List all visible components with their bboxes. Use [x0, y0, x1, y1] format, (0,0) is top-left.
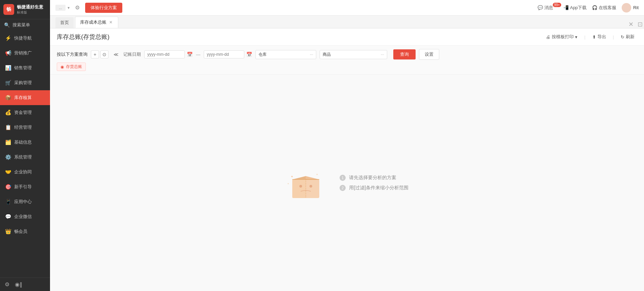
tab-panel-close-btn[interactable]: ✕	[626, 21, 636, 28]
basics-label: 基础信息	[14, 139, 32, 145]
app-download-item[interactable]: 📲 App下载	[563, 5, 587, 11]
online-service-label: 在线客服	[599, 5, 616, 11]
finance-icon: 💰	[5, 109, 11, 116]
sidebar: 畅 畅捷通好生意 标准版 🔍 搜索菜单 ⚡ 快捷导航 📢 营销推广 📊 销售管理…	[0, 0, 50, 291]
svg-point-7	[309, 185, 312, 188]
tab-close-icon[interactable]: ✕	[108, 20, 113, 25]
message-icon: 💬	[538, 5, 543, 10]
marketing-icon: 📢	[5, 50, 11, 56]
operations-icon: 📋	[5, 124, 11, 131]
svg-rect-5	[292, 179, 306, 198]
sidebar-item-app-center[interactable]: 📱 应用中心	[0, 194, 50, 209]
breadcrumb: ... ▾	[55, 5, 70, 11]
filter-collapse-btn[interactable]: ≪	[112, 50, 120, 58]
refresh-btn[interactable]: ↻ 刷新	[618, 32, 637, 41]
date-dash: —	[196, 52, 200, 57]
sidebar-item-system[interactable]: ⚙️ 系统管理	[0, 150, 50, 165]
export-btn[interactable]: ⬆ 导出	[590, 32, 609, 41]
calendar-end-icon[interactable]: 📅	[246, 52, 252, 57]
enterprise-wechat-icon: 💬	[5, 213, 11, 220]
svg-point-6	[299, 185, 302, 188]
svg-marker-2	[306, 176, 319, 179]
avatar	[622, 3, 631, 13]
sidebar-item-sales[interactable]: 📊 销售管理	[0, 60, 50, 75]
page-actions: 🖨 按模板打印 ▾ | ⬆ 导出 | ↻ 刷新	[543, 32, 637, 41]
message-badge: 99+	[553, 3, 561, 7]
step2-num: 2	[340, 185, 346, 191]
tab-home[interactable]: 首页	[55, 17, 74, 28]
members-icon: 👑	[5, 228, 11, 235]
user-menu[interactable]: Rit	[622, 3, 639, 13]
sidebar-item-purchase[interactable]: 🛒 采购管理	[0, 75, 50, 90]
print-icon: 🖨	[546, 34, 550, 40]
online-service-item[interactable]: 🎧 在线客服	[592, 5, 616, 11]
export-label: 导出	[597, 34, 606, 40]
warehouse-label: 仓库	[258, 52, 267, 57]
filter-add-btn[interactable]: +	[91, 50, 99, 58]
app-center-icon: 📱	[5, 198, 11, 205]
calendar-start-icon[interactable]: 📅	[187, 52, 193, 57]
page-title: 库存总账(存货总账)	[57, 33, 109, 41]
sidebar-item-inventory[interactable]: 📦 库存核算	[0, 90, 50, 105]
date-end-group: 📅	[204, 50, 252, 58]
date-end-input[interactable]	[204, 50, 244, 58]
sidebar-item-marketing[interactable]: 📢 营销推广	[0, 46, 50, 60]
scheme-tag-icon: ◉	[60, 65, 64, 69]
warehouse-more-icon: ···	[310, 52, 313, 57]
topbar-right: 💬 消息 99+ 📲 App下载 🎧 在线客服 Rit	[538, 3, 639, 13]
topbar-settings-icon[interactable]: ⚙	[75, 4, 80, 11]
date-start-input[interactable]	[144, 50, 185, 58]
system-label: 系统管理	[14, 154, 32, 160]
tabbar: 首页 库存成本总账 ✕ ✕ ⊡	[50, 16, 644, 28]
newbie-icon: 🎯	[5, 184, 11, 190]
app-download-label: App下载	[570, 5, 587, 11]
solution-button[interactable]: 体验行业方案	[85, 3, 122, 13]
refresh-label: 刷新	[626, 34, 635, 40]
sidebar-item-cooperation[interactable]: 🤝 企业协同	[0, 165, 50, 179]
sales-icon: 📊	[5, 65, 11, 71]
empty-step1: 1 请先选择要分析的方案	[340, 175, 408, 181]
date-start-group: 📅	[144, 50, 193, 58]
footer-audio-icon[interactable]: ◉‖	[15, 281, 22, 288]
tab-inventory-ledger[interactable]: 库存成本总账 ✕	[75, 17, 118, 28]
sidebar-item-newbie[interactable]: 🎯 新手引导	[0, 179, 50, 194]
cooperation-label: 企业协同	[14, 169, 32, 175]
search-btn[interactable]: 查询	[393, 49, 416, 59]
brand-name: 畅捷通好生意	[17, 4, 43, 10]
purchase-label: 采购管理	[14, 80, 32, 86]
filter-fields: 记账日期 📅 — 📅 仓库 ··· 商品	[123, 49, 439, 60]
search-menu-item[interactable]: 🔍 搜索菜单	[0, 19, 50, 31]
setup-btn[interactable]: 设置	[419, 49, 439, 60]
quick-nav-label: 快捷导航	[14, 35, 32, 41]
filter-edit-btn[interactable]: ⊙	[100, 50, 108, 58]
breadcrumb-text: ...	[55, 5, 66, 11]
cooperation-icon: 🤝	[5, 169, 11, 175]
print-btn[interactable]: 🖨 按模板打印 ▾	[543, 32, 580, 41]
product-label: 商品	[323, 52, 331, 57]
message-label: 消息	[544, 5, 553, 11]
page-area: 库存总账(存货总账) 🖨 按模板打印 ▾ | ⬆ 导出 | ↻ 刷新	[50, 28, 644, 291]
footer-settings-icon[interactable]: ⚙	[5, 281, 9, 288]
headset-icon: 🎧	[592, 5, 597, 10]
tab-panel-expand-btn[interactable]: ⊡	[636, 21, 644, 28]
sidebar-item-basics[interactable]: 🗂️ 基础信息	[0, 135, 50, 150]
sales-label: 销售管理	[14, 65, 32, 71]
app-center-label: 应用中心	[14, 199, 32, 205]
sidebar-item-quick-nav[interactable]: ⚡ 快捷导航	[0, 31, 50, 46]
app-download-icon: 📲	[563, 5, 569, 10]
sidebar-item-enterprise-wechat[interactable]: 💬 企业微信	[0, 209, 50, 224]
sidebar-footer: ⚙ ◉‖	[0, 277, 50, 291]
product-selector[interactable]: 商品 ···	[320, 50, 387, 59]
action-divider2: |	[613, 34, 614, 40]
marketing-label: 营销推广	[14, 50, 32, 56]
scheme-tag[interactable]: ◉ 存货总账	[57, 63, 86, 71]
sidebar-item-finance[interactable]: 💰 资金管理	[0, 105, 50, 120]
sidebar-item-operations[interactable]: 📋 经营管理	[0, 120, 50, 135]
print-chevron-icon: ▾	[575, 34, 577, 40]
breadcrumb-chevron-icon[interactable]: ▾	[68, 5, 70, 10]
message-item[interactable]: 💬 消息 99+	[538, 5, 558, 11]
sidebar-item-members[interactable]: 👑 畅会员	[0, 224, 50, 239]
main-content: ... ▾ ⚙ 体验行业方案 💬 消息 99+ 📲 App下载 🎧 在线客服 R…	[50, 0, 644, 291]
warehouse-selector[interactable]: 仓库 ···	[255, 50, 316, 59]
filter-row2: ◉ 存货总账	[57, 63, 637, 71]
